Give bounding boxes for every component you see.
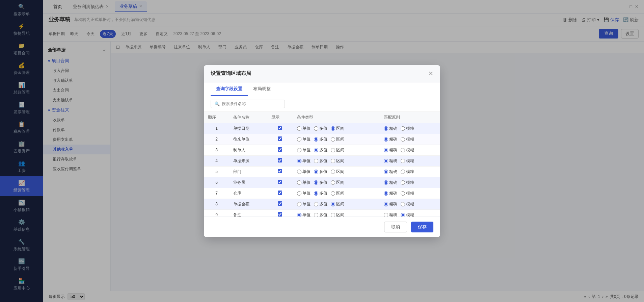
radio-multi[interactable]: 多值 [314, 201, 327, 207]
cell-match: 精确 模糊 [380, 209, 440, 217]
cell-show[interactable] [267, 134, 293, 145]
th-order: 顺序 [204, 112, 229, 123]
table-row: 1 单据日期 单值 多值 区间 [204, 123, 440, 134]
radio-exact[interactable]: 精确 [384, 147, 397, 153]
radio-single[interactable]: 单值 [297, 126, 311, 131]
radio-range[interactable]: 区间 [331, 212, 344, 217]
cell-type: 单值 多值 区间 [293, 166, 380, 177]
cell-name: 制单人 [229, 145, 267, 155]
radio-fuzzy[interactable]: 模糊 [401, 169, 414, 175]
radio-exact[interactable]: 精确 [384, 212, 397, 217]
radio-single[interactable]: 单值 [297, 201, 311, 207]
cell-name: 部门 [229, 166, 267, 177]
radio-single[interactable]: 单值 [297, 147, 311, 153]
radio-exact[interactable]: 精确 [384, 169, 397, 175]
radio-multi[interactable]: 多值 [314, 126, 327, 131]
radio-fuzzy[interactable]: 模糊 [401, 147, 414, 153]
cell-match: 精确 模糊 [380, 166, 440, 177]
radio-exact[interactable]: 精确 [384, 191, 397, 196]
cell-type: 单值 多值 区间 [293, 134, 380, 145]
dialog-search-area: 🔍 [204, 96, 440, 112]
radio-exact[interactable]: 精确 [384, 201, 397, 207]
table-row: 6 业务员 单值 多值 区间 [204, 177, 440, 188]
dialog-overlay: 设置查询区域布局 ✕ 查询字段设置 布局调整 🔍 顺序 条件名称 显示 [0, 0, 644, 302]
cell-show[interactable] [267, 155, 293, 166]
save-dialog-button[interactable]: 保存 [411, 222, 433, 232]
cell-match: 精确 模糊 [380, 123, 440, 134]
cell-match: 精确 模糊 [380, 145, 440, 155]
radio-fuzzy[interactable]: 模糊 [401, 180, 414, 185]
radio-range[interactable]: 区间 [331, 136, 344, 142]
cell-type: 单值 多值 区间 [293, 145, 380, 155]
cell-show[interactable] [267, 199, 293, 209]
radio-range[interactable]: 区间 [331, 147, 344, 153]
cell-order: 3 [204, 145, 229, 155]
radio-range[interactable]: 区间 [331, 158, 344, 164]
cell-name: 仓库 [229, 188, 267, 199]
cell-show[interactable] [267, 177, 293, 188]
th-show: 显示 [267, 112, 293, 123]
show-checkbox[interactable] [278, 136, 282, 141]
radio-fuzzy[interactable]: 模糊 [401, 201, 414, 207]
condition-search-input[interactable] [222, 101, 281, 106]
show-checkbox[interactable] [278, 201, 282, 206]
radio-exact[interactable]: 精确 [384, 158, 397, 164]
cancel-button[interactable]: 取消 [384, 222, 407, 232]
show-checkbox[interactable] [278, 126, 282, 130]
cell-match: 精确 模糊 [380, 177, 440, 188]
radio-range[interactable]: 区间 [331, 126, 344, 131]
cell-show[interactable] [267, 166, 293, 177]
cell-show[interactable] [267, 145, 293, 155]
search-icon: 🔍 [214, 101, 220, 106]
cell-name: 单据日期 [229, 123, 267, 134]
radio-fuzzy[interactable]: 模糊 [401, 126, 414, 131]
table-row: 9 备注 单值 多值 区间 [204, 209, 440, 217]
radio-single[interactable]: 单值 [297, 136, 311, 142]
radio-exact[interactable]: 精确 [384, 136, 397, 142]
show-checkbox[interactable] [278, 147, 282, 152]
show-checkbox[interactable] [278, 169, 282, 173]
radio-fuzzy[interactable]: 模糊 [401, 212, 414, 217]
radio-fuzzy[interactable]: 模糊 [401, 191, 414, 196]
radio-single[interactable]: 单值 [297, 180, 311, 185]
radio-range[interactable]: 区间 [331, 191, 344, 196]
cell-name: 单据金额 [229, 199, 267, 209]
dialog-close-button[interactable]: ✕ [428, 70, 433, 77]
cell-show[interactable] [267, 123, 293, 134]
show-checkbox[interactable] [278, 180, 282, 184]
cell-show[interactable] [267, 188, 293, 199]
cell-show[interactable] [267, 209, 293, 217]
radio-single[interactable]: 单值 [297, 169, 311, 175]
radio-range[interactable]: 区间 [331, 169, 344, 175]
th-name: 条件名称 [229, 112, 267, 123]
show-checkbox[interactable] [278, 212, 282, 217]
radio-single[interactable]: 单值 [297, 212, 311, 217]
cell-order: 2 [204, 134, 229, 145]
radio-multi[interactable]: 多值 [314, 136, 327, 142]
show-checkbox[interactable] [278, 191, 282, 195]
th-match: 匹配原则 [380, 112, 440, 123]
radio-fuzzy[interactable]: 模糊 [401, 158, 414, 164]
radio-multi[interactable]: 多值 [314, 180, 327, 185]
radio-multi[interactable]: 多值 [314, 191, 327, 196]
cell-match: 精确 模糊 [380, 155, 440, 166]
radio-range[interactable]: 区间 [331, 201, 344, 207]
cell-type: 单值 多值 区间 [293, 177, 380, 188]
cell-type: 单值 多值 区间 [293, 209, 380, 217]
radio-multi[interactable]: 多值 [314, 158, 327, 164]
radio-multi[interactable]: 多值 [314, 169, 327, 175]
tab-field-settings[interactable]: 查询字段设置 [211, 82, 248, 96]
radio-range[interactable]: 区间 [331, 180, 344, 185]
radio-fuzzy[interactable]: 模糊 [401, 136, 414, 142]
show-checkbox[interactable] [278, 158, 282, 162]
cell-order: 4 [204, 155, 229, 166]
radio-single[interactable]: 单值 [297, 158, 311, 164]
radio-exact[interactable]: 精确 [384, 126, 397, 131]
radio-multi[interactable]: 多值 [314, 147, 327, 153]
radio-single[interactable]: 单值 [297, 191, 311, 196]
cell-order: 7 [204, 188, 229, 199]
tab-layout-adjust[interactable]: 布局调整 [248, 82, 276, 96]
radio-exact[interactable]: 精确 [384, 180, 397, 185]
radio-multi[interactable]: 多值 [314, 212, 327, 217]
dialog-tabs: 查询字段设置 布局调整 [204, 82, 440, 96]
